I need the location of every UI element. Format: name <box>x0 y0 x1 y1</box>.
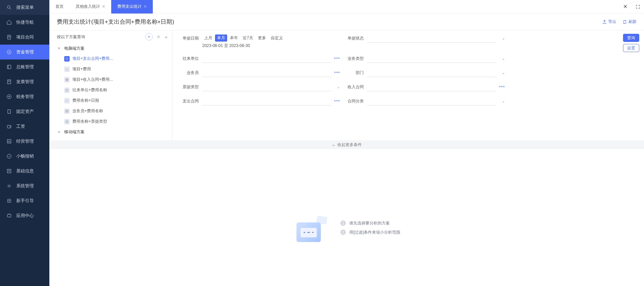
status-select[interactable] <box>367 34 496 43</box>
dept-select[interactable] <box>367 69 496 77</box>
contract-category-select[interactable] <box>367 97 496 105</box>
sidebar-item-salary[interactable]: 工资 <box>0 119 49 134</box>
export-button[interactable]: 导出 <box>602 19 616 25</box>
sidebar-item-invoice[interactable]: 发票管理 <box>0 74 49 89</box>
partner-lookup[interactable] <box>202 55 331 63</box>
svg-rect-32 <box>67 79 68 80</box>
filter-date: 单据日期 上月 本月 本年 近7天 更多 自定义 2023-06-01 至 20… <box>175 34 340 49</box>
ellipsis-icon[interactable]: ••• <box>334 98 340 103</box>
sidebar-item-tax[interactable]: 税务管理 <box>0 89 49 104</box>
table-icon <box>64 109 70 114</box>
tree-item[interactable]: 项目+收入合同+费用... <box>49 74 172 85</box>
sidebar-item-project-contract[interactable]: 项目合同 <box>0 30 49 45</box>
collapse-panel-button[interactable]: « <box>164 34 168 40</box>
date-option-last-7-days[interactable]: 近7天 <box>241 34 255 42</box>
chart-line-icon <box>64 98 70 103</box>
sidebar-item-reimbursement[interactable]: 小畅报销 <box>0 149 49 164</box>
sidebar-item-label: 应用中心 <box>16 213 34 219</box>
filter-label: 票据类型 <box>175 83 202 91</box>
svg-rect-24 <box>7 199 10 202</box>
ticket-type-select[interactable] <box>202 83 331 91</box>
sidebar-item-ledger[interactable]: 总账管理 <box>0 59 49 74</box>
tree-item[interactable]: 项目+支出合同+费用... <box>49 53 172 64</box>
tree-item[interactable]: 费用名称+日期 <box>49 95 172 106</box>
svg-rect-31 <box>66 79 67 80</box>
filter-expense-contract: 支出合同 ••• <box>175 97 340 105</box>
sidebar-item-base-info[interactable]: 基础信息 <box>0 164 49 178</box>
sidebar-item-label: 总账管理 <box>16 64 34 70</box>
close-icon[interactable]: ✕ <box>102 4 105 9</box>
income-contract-lookup[interactable] <box>367 83 496 91</box>
sidebar-item-quick-nav[interactable]: 快捷导航 <box>0 15 49 30</box>
settings-button[interactable]: 设置 <box>623 44 639 52</box>
fullscreen-button[interactable] <box>632 0 644 14</box>
sidebar-item-label: 小畅报销 <box>16 153 34 159</box>
svg-point-25 <box>9 200 10 201</box>
salesman-lookup[interactable] <box>202 69 331 77</box>
sidebar-item-label: 新手引导 <box>16 198 34 204</box>
refresh-button[interactable]: 刷新 <box>622 19 637 25</box>
ellipsis-icon[interactable]: ••• <box>499 84 505 89</box>
chevron-down-icon: ⌄ <box>502 56 505 61</box>
svg-rect-33 <box>66 80 67 81</box>
collapse-conditions-button[interactable]: ︽ 收起更多条件 <box>49 140 644 149</box>
chart-icon <box>6 138 12 144</box>
sidebar-item-fund-management[interactable]: ¥ 资金管理 <box>0 45 49 59</box>
filters-area: 单据日期 上月 本月 本年 近7天 更多 自定义 2023-06-01 至 20… <box>172 30 644 140</box>
close-icon[interactable]: ✕ <box>144 4 147 9</box>
filter-label: 支出合同 <box>175 97 202 105</box>
sidebar-item-system[interactable]: 系统管理 <box>0 178 49 193</box>
chevron-up-icon: ︽ <box>332 142 335 147</box>
grid-icon <box>64 77 70 82</box>
tree-group-label: 电脑端方案 <box>64 46 85 51</box>
wallet-icon <box>6 123 12 129</box>
tree-item[interactable]: 项目+费用 <box>49 64 172 74</box>
date-option-last-month[interactable]: 上月 <box>202 34 214 42</box>
sidebar-item-guide[interactable]: 新手引导 <box>0 193 49 208</box>
date-option-custom[interactable]: 自定义 <box>269 34 285 42</box>
sidebar-item-label: 项目合同 <box>16 34 34 40</box>
tree-item[interactable]: 费用名称+票据类型 <box>49 116 172 127</box>
tree-item[interactable]: 往来单位+费用名称 <box>49 85 172 95</box>
date-range-value: 2023-06-01 至 2023-06-30 <box>202 43 331 49</box>
main-area: 首页 其他收入统计 ✕ 费用支出统计 ✕ ✕ 费用支出统计(项目+支出合同+费用… <box>49 0 644 286</box>
date-option-more[interactable]: 更多 <box>256 34 268 42</box>
filter-contract-category: 合同分类 ⌄ <box>340 97 505 105</box>
receipt-icon <box>6 153 12 159</box>
query-button[interactable]: 查询 <box>623 34 639 42</box>
sidebar-item-operations[interactable]: 经营管理 <box>0 134 49 149</box>
empty-illustration <box>293 214 327 245</box>
gear-icon <box>6 183 12 189</box>
close-all-tabs-button[interactable]: ✕ <box>618 0 632 14</box>
filter-ticket-type: 票据类型 ⌄ <box>175 83 340 91</box>
page-header: 费用支出统计(项目+支出合同+费用名称+日期) 导出 刷新 <box>49 14 644 30</box>
layers-icon <box>64 119 70 124</box>
tax-icon <box>6 94 12 100</box>
date-option-this-year[interactable]: 本年 <box>228 34 240 42</box>
biz-type-select[interactable] <box>367 55 496 63</box>
tab-home[interactable]: 首页 <box>49 0 70 14</box>
money-icon: ¥ <box>6 49 12 55</box>
scheme-settings-button[interactable] <box>155 33 162 41</box>
apps-icon <box>6 213 12 219</box>
sidebar-item-label: 发票管理 <box>16 79 34 85</box>
scheme-tree: ▼ 电脑端方案 项目+支出合同+费用... 项目+费用 项目+收入合同+费用..… <box>49 43 172 140</box>
step-number: 1 <box>340 220 346 226</box>
add-scheme-button[interactable]: + <box>145 33 153 41</box>
sidebar-item-fixed-assets[interactable]: 固定资产 <box>0 104 49 119</box>
tree-item[interactable]: 业务员+费用名称 <box>49 106 172 116</box>
sidebar-item-app-center[interactable]: 应用中心 <box>0 208 49 223</box>
tree-item-label: 项目+费用 <box>72 66 172 72</box>
empty-step: 1 请先选择要分析的方案 <box>340 220 400 226</box>
ellipsis-icon[interactable]: ••• <box>334 70 340 75</box>
expense-contract-lookup[interactable] <box>202 97 331 105</box>
chevron-down-icon: ⌄ <box>502 36 505 41</box>
tab-other-income-stats[interactable]: 其他收入统计 ✕ <box>70 0 111 14</box>
date-option-this-month[interactable]: 本月 <box>215 34 227 42</box>
tree-group-mobile[interactable]: ▼ 移动端方案 <box>49 127 172 137</box>
tree-group-desktop[interactable]: ▼ 电脑端方案 <box>49 43 172 53</box>
ellipsis-icon[interactable]: ••• <box>334 55 340 61</box>
tab-expense-stats[interactable]: 费用支出统计 ✕ <box>111 0 153 14</box>
sidebar-item-search-menu[interactable]: 搜索菜单 <box>0 0 49 15</box>
sidebar-item-label: 经营管理 <box>16 138 34 144</box>
